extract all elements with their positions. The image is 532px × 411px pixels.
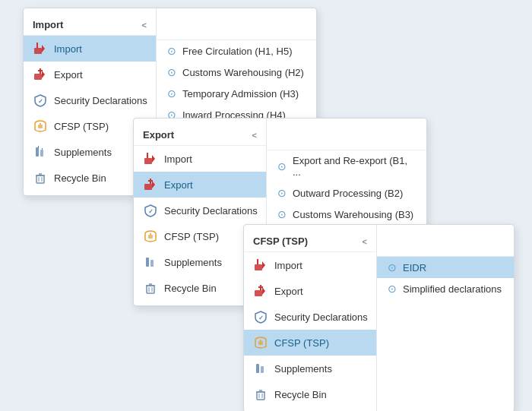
export-nav-import[interactable]: Import — [134, 146, 266, 172]
export-nav-cfsp-label: CFSP (TSP) — [164, 231, 219, 242]
cfsp-panel: CFSP (TSP) < Import E — [243, 224, 515, 411]
import-nav-cfsp-label: CFSP (TSP) — [54, 121, 109, 132]
cfsp-nav-cfsp-label: CFSP (TSP) — [274, 337, 329, 349]
recycle-icon — [33, 170, 48, 185]
svg-rect-3 — [34, 74, 42, 80]
sub-arrow-icon: ⊙ — [167, 45, 176, 57]
cfsp-panel-title: CFSP (TSP) — [253, 236, 308, 247]
import-nav-import-label: Import — [54, 43, 82, 55]
svg-rect-8 — [38, 125, 43, 128]
export-recycle-icon — [143, 280, 158, 296]
import-panel-title: Import — [33, 19, 63, 30]
export-sub-reexport[interactable]: ⊙ Export and Re-export (B1, ... — [267, 150, 426, 182]
export-nav-recycle-label: Recycle Bin — [164, 283, 217, 294]
cfsp-collapse-icon[interactable]: < — [363, 237, 367, 246]
export-export-icon — [143, 177, 158, 192]
export-collapse-icon[interactable]: < — [252, 131, 257, 140]
import-nav-security-label: Security Declarations — [54, 95, 147, 106]
import-nav-import[interactable]: Import — [24, 36, 156, 62]
export-sub-warehousing-label: Customs Warehousing (B3) — [293, 209, 413, 220]
svg-rect-47 — [261, 366, 264, 373]
import-sub-temporary[interactable]: ⊙ Temporary Admission (H3) — [157, 83, 316, 104]
export-sub-outward-label: Outward Processing (B2) — [293, 188, 403, 199]
cfsp-sub-simplified[interactable]: ⊙ Simplified declarations — [377, 278, 514, 299]
cfsp-supplements-icon — [253, 361, 268, 376]
svg-rect-48 — [257, 392, 264, 400]
cfsp-nav-export-label: Export — [274, 286, 303, 297]
svg-marker-20 — [152, 155, 155, 163]
svg-marker-4 — [42, 71, 45, 78]
export-cfsp-icon — [143, 229, 158, 244]
svg-rect-19 — [144, 158, 152, 164]
import-nav-export[interactable]: Export — [24, 62, 156, 87]
cfsp-sub-eidr[interactable]: ⊙ EIDR — [377, 257, 514, 278]
cfsp-nav-recycle-label: Recycle Bin — [274, 389, 327, 400]
cfsp-sub-simplified-label: Simplified declarations — [403, 283, 502, 295]
export-panel-title: Export — [143, 129, 174, 141]
import-nav-recycle-label: Recycle Bin — [54, 172, 106, 184]
svg-rect-46 — [256, 364, 259, 373]
import-sub-free-circulation[interactable]: ⊙ Free Circulation (H1, H5) — [157, 40, 316, 62]
export-sub-arrow-2: ⊙ — [277, 187, 287, 199]
svg-text:✓: ✓ — [148, 208, 154, 215]
export-nav-security[interactable]: ✓ Security Declarations — [134, 198, 266, 223]
cfsp-nav-cfsp[interactable]: CFSP (TSP) — [244, 330, 376, 356]
cfsp-sub-arrow-2: ⊙ — [388, 283, 397, 295]
supplements-icon — [33, 144, 48, 160]
cfsp-sub-eidr-label: EIDR — [403, 262, 426, 273]
cfsp-panel-sub: ⊙ EIDR ⊙ Simplified declarations — [377, 225, 514, 411]
import-nav-export-label: Export — [54, 69, 83, 81]
export-icon — [33, 67, 48, 82]
cfsp-panel-nav: CFSP (TSP) < Import E — [244, 225, 377, 411]
cfsp-cfsp-icon — [253, 335, 268, 350]
import-sub-free-circulation-label: Free Circulation (H1, H5) — [182, 46, 293, 57]
import-nav-security[interactable]: ✓ Security Declarations — [24, 87, 156, 113]
export-nav-import-label: Import — [164, 153, 192, 165]
import-collapse-icon[interactable]: < — [142, 21, 147, 30]
cfsp-nav-supplements[interactable]: Supplements — [244, 356, 376, 381]
svg-text:✓: ✓ — [38, 98, 43, 105]
svg-rect-22 — [144, 184, 152, 190]
cfsp-nav-import[interactable]: Import — [244, 252, 376, 278]
security-icon: ✓ — [33, 93, 48, 108]
cfsp-nav-security-label: Security Declarations — [274, 311, 368, 323]
cfsp-nav-supplements-label: Supplements — [274, 363, 332, 375]
svg-marker-40 — [262, 287, 265, 295]
import-sub-temporary-label: Temporary Admission (H3) — [182, 88, 299, 100]
cfsp-panel-header: CFSP (TSP) < — [244, 229, 376, 252]
cfsp-nav-security[interactable]: ✓ Security Declarations — [244, 304, 376, 330]
svg-rect-10 — [36, 147, 39, 156]
export-supplements-icon — [143, 255, 158, 270]
export-sub-reexport-label: Export and Re-export (B1, ... — [293, 155, 416, 178]
export-sub-warehousing[interactable]: ⊙ Customs Warehousing (B3) — [267, 204, 426, 225]
export-sub-arrow-1: ⊙ — [277, 160, 287, 172]
export-sub-arrow-3: ⊙ — [277, 208, 287, 220]
cfsp-import-icon — [253, 258, 268, 273]
cfsp-nav-import-label: Import — [274, 260, 302, 271]
svg-rect-13 — [42, 148, 43, 150]
cfsp-nav-export[interactable]: Export — [244, 278, 376, 304]
svg-rect-29 — [146, 258, 149, 267]
svg-text:✓: ✓ — [258, 315, 264, 321]
import-panel-header: Import < — [24, 13, 156, 36]
import-icon — [33, 41, 48, 56]
export-nav-security-label: Security Declarations — [164, 205, 258, 217]
import-sub-customs-warehousing[interactable]: ⊙ Customs Warehousing (H2) — [157, 62, 316, 83]
cfsp-nav-recycle[interactable]: Recycle Bin — [244, 381, 376, 407]
cfsp-export-icon — [253, 283, 268, 299]
svg-rect-27 — [148, 235, 153, 239]
sub-arrow-icon-2: ⊙ — [167, 66, 176, 78]
export-sub-outward[interactable]: ⊙ Outward Processing (B2) — [267, 182, 426, 204]
svg-rect-11 — [40, 150, 43, 156]
svg-rect-0 — [34, 48, 42, 54]
cfsp-security-icon: ✓ — [253, 309, 268, 324]
svg-marker-1 — [42, 45, 45, 52]
export-import-icon — [143, 151, 158, 166]
import-nav-supplements-label: Supplements — [54, 147, 112, 158]
svg-rect-31 — [147, 286, 154, 293]
cfsp-recycle-icon — [253, 387, 268, 402]
svg-rect-36 — [255, 264, 262, 270]
svg-rect-14 — [36, 175, 44, 183]
export-nav-export[interactable]: Export — [134, 172, 266, 198]
svg-rect-12 — [38, 146, 39, 148]
